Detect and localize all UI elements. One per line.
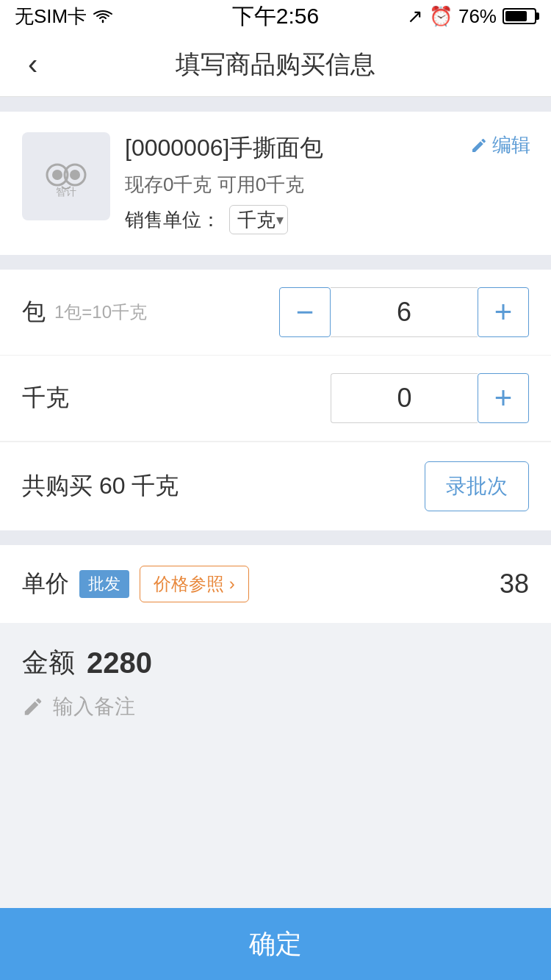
edit-button[interactable]: 编辑 xyxy=(470,132,530,158)
battery-percent: 76% xyxy=(458,5,497,28)
qty-label-bao: 包 1包=10千克 xyxy=(22,296,147,328)
unit-label: 销售单位： xyxy=(125,207,220,233)
qty-control-kg: + xyxy=(331,373,529,423)
price-section: 单价 批发 价格参照 › 38 xyxy=(0,545,551,623)
alarm-icon: ⏰ xyxy=(429,5,453,28)
product-card: 智计 [0000006]手撕面包 现存0千克 可用0千克 销售单位： 千克 ▾ … xyxy=(0,112,551,255)
product-logo-icon: 智计 xyxy=(37,154,96,198)
price-value: 38 xyxy=(500,569,529,599)
summary-text: 共购买 60 千克 xyxy=(22,470,179,502)
battery-icon xyxy=(503,8,536,24)
qty-label-kg: 千克 xyxy=(22,382,69,414)
carrier-text: 无SIM卡 xyxy=(15,4,87,29)
status-right: ↗ ⏰ 76% xyxy=(407,5,536,28)
summary-row: 共购买 60 千克 录批次 xyxy=(0,442,551,530)
price-label: 单价 xyxy=(22,568,69,600)
status-time: 下午2:56 xyxy=(232,1,319,32)
unit-select[interactable]: 千克 xyxy=(229,205,288,234)
price-left: 单价 批发 价格参照 › xyxy=(22,566,249,602)
divider-price xyxy=(0,530,551,545)
unit-select-wrap[interactable]: 千克 ▾ xyxy=(229,205,288,234)
product-unit-row: 销售单位： 千克 ▾ xyxy=(125,205,529,234)
page-title: 填写商品购买信息 xyxy=(176,48,375,82)
status-bar: 无SIM卡 下午2:56 ↗ ⏰ 76% xyxy=(0,0,551,32)
amount-label: 金额 xyxy=(22,645,75,681)
remark-row[interactable]: 输入备注 xyxy=(22,693,529,721)
qty-row-bao: 包 1包=10千克 − + xyxy=(0,270,551,356)
product-name: [0000006]手撕面包 xyxy=(125,132,529,165)
svg-text:智计: 智计 xyxy=(56,186,76,198)
price-ref-button[interactable]: 价格参照 › xyxy=(140,566,249,602)
remark-placeholder: 输入备注 xyxy=(53,693,135,721)
product-image: 智计 xyxy=(22,132,110,220)
product-stock: 现存0千克 可用0千克 xyxy=(125,172,529,198)
qty-control-bao: − + xyxy=(279,287,529,337)
edit-icon xyxy=(470,137,488,154)
wifi-icon xyxy=(93,9,113,24)
nav-bar: ‹ 填写商品购买信息 xyxy=(0,32,551,97)
qty-input-bao[interactable] xyxy=(331,287,478,337)
confirm-button[interactable]: 确定 xyxy=(249,926,302,962)
record-batch-button[interactable]: 录批次 xyxy=(425,461,529,511)
pencil-icon xyxy=(22,696,44,718)
product-info: [0000006]手撕面包 现存0千克 可用0千克 销售单位： 千克 ▾ xyxy=(125,132,529,234)
confirm-bar[interactable]: 确定 xyxy=(0,908,551,980)
qty-plus-kg[interactable]: + xyxy=(478,373,529,423)
divider-mid xyxy=(0,255,551,270)
quantity-section: 包 1包=10千克 − + 千克 + 共购买 60 千克 录批次 xyxy=(0,270,551,530)
svg-point-3 xyxy=(70,170,80,180)
amount-row: 金额 2280 xyxy=(22,645,529,681)
qty-unit-bao: 包 xyxy=(22,296,46,328)
edit-label: 编辑 xyxy=(492,132,530,158)
qty-plus-bao[interactable]: + xyxy=(478,287,529,337)
qty-input-kg[interactable] xyxy=(331,373,478,423)
qty-sub-bao: 1包=10千克 xyxy=(54,300,147,324)
status-left: 无SIM卡 xyxy=(15,4,113,29)
back-button[interactable]: ‹ xyxy=(21,40,45,88)
price-badge: 批发 xyxy=(79,570,129,598)
svg-point-2 xyxy=(52,170,62,180)
qty-minus-bao[interactable]: − xyxy=(279,287,331,337)
qty-row-kg: 千克 + xyxy=(0,356,551,442)
amount-section: 金额 2280 输入备注 xyxy=(0,623,551,728)
divider-top xyxy=(0,97,551,112)
amount-value: 2280 xyxy=(87,646,152,680)
qty-unit-kg: 千克 xyxy=(22,382,69,414)
location-icon: ↗ xyxy=(407,5,423,28)
